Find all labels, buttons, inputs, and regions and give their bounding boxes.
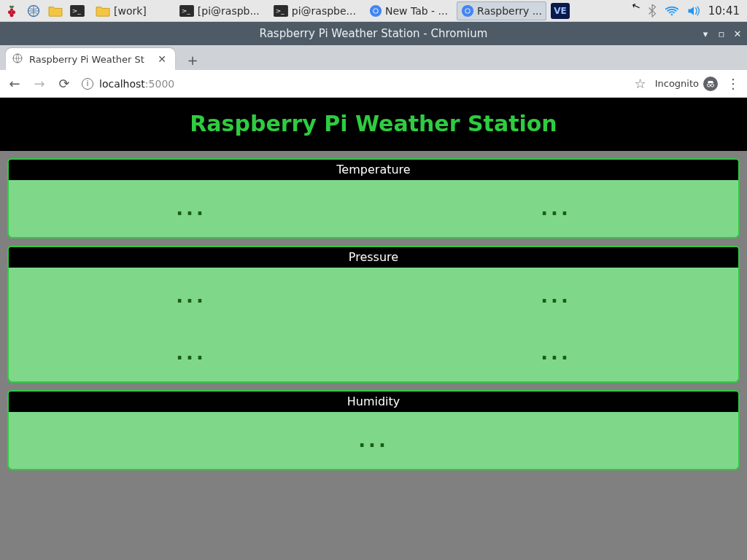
taskbar-item-label: Raspberry ... [477,5,542,17]
terminal-launcher-icon[interactable]: >_ [69,2,86,20]
browser-tab-active[interactable]: Raspberry Pi Weather St ✕ [6,48,175,70]
bookmark-star-icon[interactable]: ☆ [635,76,646,91]
taskbar-item-label: pi@raspbe... [292,5,356,17]
card-body: ............ [9,268,738,381]
card-value: ... [374,180,738,237]
card-value: ... [9,180,374,237]
web-browser-icon[interactable] [25,2,42,20]
taskbar-item-terminal-2[interactable]: >_ pi@raspbe... [268,1,360,20]
taskbar-item-chromium-weather[interactable]: Raspberry ... [457,1,546,20]
url-port: :5000 [145,78,174,90]
globe-icon [12,52,23,66]
weather-card: Humidity... [7,390,740,470]
taskbar-item-work-folder[interactable]: [work] [90,1,151,20]
browser-tabstrip: Raspberry Pi Weather St ✕ + [0,45,747,70]
taskbar-item-chromium-newtab[interactable]: New Tab - ... [365,1,452,20]
vnc-icon: VE [551,3,570,19]
window-maximize-button[interactable]: ▫ [716,28,727,39]
card-body: ...... [9,180,738,237]
window-titlebar: Raspberry Pi Weather Station - Chromium … [0,22,747,45]
taskbar-clock[interactable]: 10:41 [708,4,740,18]
card-title: Pressure [9,247,738,268]
system-tray: 10:41 [647,4,744,18]
address-bar[interactable]: i localhost:5000 [82,78,624,90]
svg-text:>_: >_ [182,7,191,14]
card-value: ... [374,324,738,381]
svg-point-2 [10,13,14,17]
bluetooth-icon[interactable] [647,4,657,18]
file-manager-icon[interactable] [47,2,64,20]
new-tab-button[interactable]: + [182,50,203,70]
card-title: Humidity [9,392,738,412]
svg-point-17 [670,13,673,15]
weather-card: Pressure............ [7,246,740,383]
svg-point-20 [711,84,714,87]
desktop-taskbar: >_ [work] >_ [pi@raspb... >_ pi@raspbe..… [0,0,747,22]
card-value: ... [374,268,738,324]
card-body: ... [9,412,738,469]
tab-close-button[interactable]: ✕ [155,53,169,65]
card-title: Temperature [9,160,738,180]
incognito-label: Incognito [655,78,699,89]
browser-toolbar: ← → ⟳ i localhost:5000 ☆ Incognito ⋮ [0,70,747,98]
svg-point-19 [708,84,711,87]
taskbar-item-terminal-1[interactable]: >_ [pi@raspb... [174,1,264,20]
taskbar-item-label: New Tab - ... [385,5,448,17]
page-viewport: Raspberry Pi Weather Station Temperature… [0,98,747,560]
svg-text:>_: >_ [276,7,285,14]
site-info-icon[interactable]: i [82,78,93,90]
nav-reload-button[interactable]: ⟳ [57,76,71,91]
window-title-text: Raspberry Pi Weather Station - Chromium [260,27,488,40]
card-value: ... [9,412,738,469]
taskbar-item-label: [work] [114,5,147,17]
taskbar-item-label: [pi@raspb... [198,5,260,17]
card-value: ... [9,268,374,324]
raspberry-menu-icon[interactable] [3,2,20,20]
nav-forward-button[interactable]: → [32,76,47,91]
browser-tab-title: Raspberry Pi Weather St [29,54,149,65]
volume-icon[interactable] [686,5,701,17]
cards-container: Temperature......Pressure............Hum… [0,151,747,478]
taskbar-item-vnc[interactable]: VE [551,1,570,20]
card-value: ... [9,324,374,381]
svg-point-3 [10,8,13,11]
nav-back-button[interactable]: ← [7,76,22,91]
svg-point-13 [374,9,377,12]
window-minimize-button[interactable]: ▾ [700,28,711,39]
incognito-icon [703,77,718,91]
svg-text:>_: >_ [72,7,82,14]
window-close-button[interactable]: ✕ [732,28,743,39]
url-host: localhost [99,78,145,90]
browser-menu-button[interactable]: ⋮ [727,76,740,91]
weather-card: Temperature...... [7,158,740,238]
svg-point-16 [465,9,469,12]
page-title: Raspberry Pi Weather Station [0,98,747,151]
incognito-indicator[interactable]: Incognito [655,77,718,91]
wifi-icon[interactable] [665,5,679,17]
